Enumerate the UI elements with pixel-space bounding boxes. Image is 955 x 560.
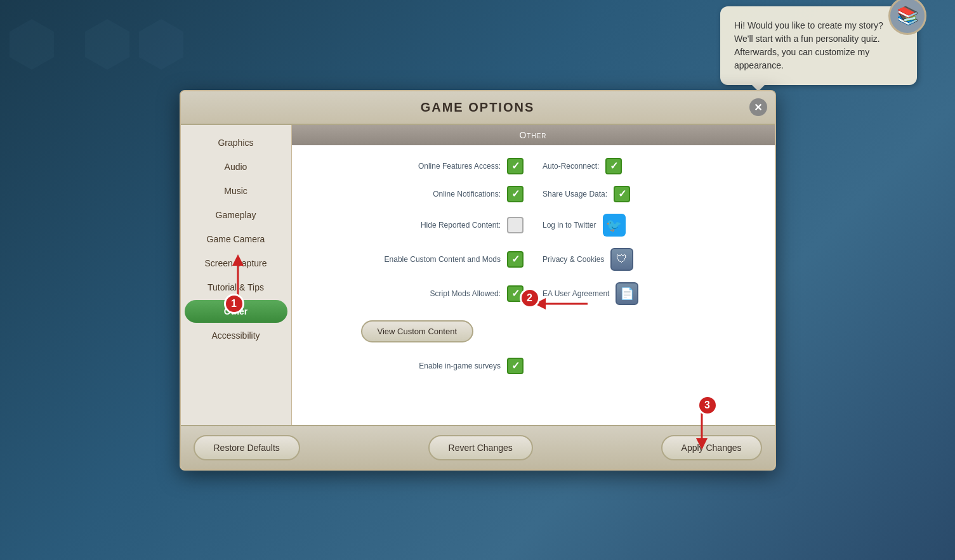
- privacy-button[interactable]: 🛡: [610, 248, 633, 271]
- hide-reported-label: Hide Reported Content:: [421, 221, 501, 230]
- main-content: Other Online Features Access: Auto-Recon…: [292, 125, 775, 425]
- online-features-label: Online Features Access:: [418, 162, 501, 171]
- annotation-marker-2: 2: [520, 288, 540, 308]
- hide-reported-checkbox[interactable]: [507, 217, 524, 233]
- enable-custom-label: Enable Custom Content and Mods: [385, 255, 501, 264]
- ea-agreement-row: EA User Agreement 📄: [543, 282, 756, 305]
- share-usage-data-row: Share Usage Data:: [543, 186, 756, 202]
- hide-reported-row: Hide Reported Content:: [311, 217, 524, 233]
- enable-custom-checkbox[interactable]: [507, 251, 524, 268]
- online-notifications-label: Online Notifications:: [433, 190, 501, 199]
- twitter-button[interactable]: 🐦: [603, 214, 626, 237]
- sidebar-item-screen-capture[interactable]: Screen Capture: [185, 252, 287, 275]
- section-header: Other: [292, 125, 775, 145]
- twitter-icon: 🐦: [606, 218, 622, 233]
- sidebar-item-audio[interactable]: Audio: [185, 155, 287, 178]
- close-button[interactable]: ✕: [749, 98, 767, 116]
- auto-reconnect-checkbox[interactable]: [605, 158, 622, 174]
- view-custom-btn-container: View Custom Content: [311, 316, 524, 346]
- script-mods-label: Script Mods Allowed:: [430, 289, 501, 298]
- privacy-label: Privacy & Cookies: [543, 255, 604, 264]
- document-icon: 📄: [620, 287, 634, 301]
- restore-defaults-button[interactable]: Restore Defaults: [194, 435, 300, 460]
- online-features-access-row: Online Features Access:: [311, 158, 524, 174]
- sidebar-item-game-camera[interactable]: Game Camera: [185, 228, 287, 251]
- online-features-checkbox[interactable]: [507, 158, 524, 174]
- dialog-footer: Restore Defaults Revert Changes Apply Ch…: [181, 425, 775, 469]
- ingame-surveys-row: Enable in-game surveys: [311, 358, 524, 374]
- twitter-label: Log in to Twitter: [543, 221, 596, 230]
- sidebar-item-music[interactable]: Music: [185, 179, 287, 202]
- online-notifications-checkbox[interactable]: [507, 186, 524, 202]
- revert-changes-button[interactable]: Revert Changes: [428, 435, 533, 460]
- enable-custom-content-row: Enable Custom Content and Mods: [311, 251, 524, 268]
- ea-agreement-label: EA User Agreement: [543, 289, 609, 298]
- share-usage-label: Share Usage Data:: [543, 190, 607, 199]
- game-options-dialog: Game Options ✕ Graphics Audio Music Game…: [180, 90, 776, 471]
- sidebar-item-gameplay[interactable]: Gameplay: [185, 204, 287, 226]
- ingame-surveys-label: Enable in-game surveys: [419, 361, 501, 370]
- annotation-marker-1: 1: [224, 294, 244, 314]
- ea-agreement-button[interactable]: 📄: [616, 282, 638, 305]
- online-notifications-row: Online Notifications:: [311, 186, 524, 202]
- sidebar-item-accessibility[interactable]: Accessibility: [185, 324, 287, 347]
- dialog-title: Game Options: [421, 100, 535, 114]
- twitter-row: Log in to Twitter 🐦: [543, 214, 756, 237]
- auto-reconnect-label: Auto-Reconnect:: [543, 162, 599, 171]
- dialog-overlay: Game Options ✕ Graphics Audio Music Game…: [0, 0, 955, 560]
- privacy-row: Privacy & Cookies 🛡: [543, 248, 756, 271]
- view-custom-content-button[interactable]: View Custom Content: [361, 320, 474, 342]
- dialog-body: Graphics Audio Music Gameplay Game Camer…: [181, 125, 775, 425]
- share-usage-checkbox[interactable]: [614, 186, 630, 202]
- ingame-surveys-checkbox[interactable]: [507, 358, 524, 374]
- shield-icon: 🛡: [616, 252, 628, 266]
- annotation-marker-3: 3: [697, 395, 718, 415]
- sidebar-item-graphics[interactable]: Graphics: [185, 131, 287, 154]
- sidebar: Graphics Audio Music Gameplay Game Camer…: [181, 125, 292, 425]
- dialog-header: Game Options ✕: [181, 91, 775, 125]
- auto-reconnect-row: Auto-Reconnect:: [543, 158, 756, 174]
- apply-changes-button[interactable]: Apply Changes: [661, 435, 762, 460]
- script-mods-row: Script Mods Allowed:: [311, 285, 524, 302]
- options-grid: Online Features Access: Auto-Reconnect: …: [292, 145, 775, 387]
